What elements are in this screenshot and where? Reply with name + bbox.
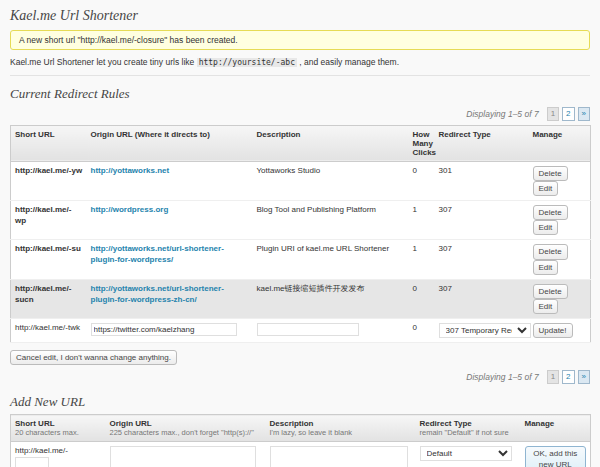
col-title: Redirect Type [420, 419, 472, 428]
intro-text: Kael.me Url Shortener let you create tin… [10, 57, 590, 76]
redirect-rules-table-header: Short URL Origin URL (Where it directs t… [11, 125, 591, 161]
pagination-next-icon[interactable]: » [578, 370, 590, 384]
clicks-cell: 1 [409, 240, 435, 279]
short-url-cell: http://kael.me/-su [11, 240, 87, 279]
edit-button[interactable]: Edit [533, 299, 559, 314]
displaying-count: Displaying 1–5 of 7 [466, 372, 538, 382]
col-title: Origin URL [110, 419, 152, 428]
new-short-url-input[interactable] [15, 457, 49, 467]
col-new-manage: Manage [521, 415, 591, 442]
edit-button[interactable]: Edit [533, 220, 559, 235]
edit-button[interactable]: Edit [533, 260, 559, 275]
short-url-cell: http://kael.me/-twk [11, 319, 87, 343]
pagination-page-1[interactable]: 1 [547, 107, 559, 121]
table-row: http://kael.me/-su http://yottaworks.net… [11, 240, 591, 279]
pagination-next-icon[interactable]: » [578, 107, 590, 121]
success-notice: A new short url "http://kael.me/-closure… [10, 30, 590, 50]
col-title: Manage [525, 419, 555, 428]
redirect-type-cell: 307 [435, 240, 529, 279]
redirect-rules-table: Short URL Origin URL (Where it directs t… [10, 125, 591, 344]
col-short-url: Short URL [11, 125, 87, 161]
origin-url-link[interactable]: http://yottaworks.net [91, 166, 170, 175]
col-origin-url: Origin URL (Where it directs to) [87, 125, 253, 161]
description-cell: Plugin URI of kael.me URL Shortener [253, 240, 409, 279]
new-description-textarea[interactable] [270, 446, 408, 467]
page-title: Kael.me Url Shortener [10, 8, 590, 24]
intro-code: http://yoursite/-abc [197, 58, 297, 67]
update-button[interactable]: Update! [533, 323, 573, 338]
delete-button[interactable]: Delete [533, 205, 568, 220]
clicks-cell: 0 [409, 279, 435, 318]
tablenav-bottom: Displaying 1–5 of 7 1 2 » [10, 370, 590, 384]
table-row: http://kael.me/-wp http://wordpress.org … [11, 200, 591, 239]
add-new-url-table: Short URL 20 characters max. Origin URL … [10, 414, 591, 467]
delete-button[interactable]: Delete [533, 284, 568, 299]
origin-url-link[interactable]: http://yottaworks.net/url-shortener-plug… [91, 284, 224, 304]
origin-url-link[interactable]: http://yottaworks.net/url-shortener-plug… [91, 244, 224, 264]
col-clicks: How Many Clicks [409, 125, 435, 161]
short-url-cell: http://kael.me/-wp [11, 200, 87, 239]
edit-button[interactable]: Edit [533, 181, 559, 196]
edit-row: http://kael.me/-twk 0 307 Temporary Redi… [11, 319, 591, 343]
col-new-description: Description I'm lazy, so leave it blank [266, 415, 416, 442]
short-url-cell: http://kael.me/-yw [11, 161, 87, 200]
cancel-edit-button[interactable]: Cancel edit, I don't wanna change anythi… [10, 350, 177, 365]
delete-button[interactable]: Delete [533, 166, 568, 181]
notice-text: A new short url "http://kael.me/-closure… [19, 35, 238, 45]
edit-origin-input[interactable] [91, 323, 237, 336]
col-new-redirect-type: Redirect Type remain "Default" if not su… [416, 415, 521, 442]
intro-before: Kael.me Url Shortener let you create tin… [10, 57, 194, 67]
displaying-count: Displaying 1–5 of 7 [466, 109, 538, 119]
delete-button[interactable]: Delete [533, 244, 568, 259]
table-row: http://kael.me/-yw http://yottaworks.net… [11, 161, 591, 200]
edit-redirect-type-select[interactable]: 307 Temporary Redirect [439, 323, 531, 338]
col-manage: Manage [529, 125, 591, 161]
table-row: http://kael.me/-sucn http://yottaworks.n… [11, 279, 591, 318]
origin-url-link[interactable]: http://wordpress.org [91, 205, 169, 214]
url-shortener-admin-page: Kael.me Url Shortener A new short url "h… [0, 0, 600, 467]
col-new-short-url: Short URL 20 characters max. [11, 415, 106, 442]
pagination-page-1[interactable]: 1 [547, 370, 559, 384]
pagination-page-2[interactable]: 2 [562, 107, 574, 121]
col-hint: 225 characters max., don't forget "http(… [110, 428, 254, 437]
short-url-cell: http://kael.me/-sucn [11, 279, 87, 318]
intro-after: , and easily manage them. [299, 57, 399, 67]
description-cell: Yottaworks Studio [253, 161, 409, 200]
clicks-cell: 0 [409, 161, 435, 200]
cancel-row: Cancel edit, I don't wanna change anythi… [10, 350, 590, 365]
redirect-type-cell: 307 [435, 200, 529, 239]
new-redirect-type-select[interactable]: Default [420, 446, 512, 461]
col-title: Short URL [15, 419, 55, 428]
redirect-type-cell: 307 [435, 279, 529, 318]
col-hint: I'm lazy, so leave it blank [270, 428, 353, 437]
clicks-cell: 1 [409, 200, 435, 239]
clicks-cell: 0 [409, 319, 435, 343]
col-redirect-type: Redirect Type [435, 125, 529, 161]
col-title: Description [270, 419, 314, 428]
section-add-new-url: Add New URL [10, 394, 590, 410]
add-new-row: http://kael.me/- Default OK, add this ne… [11, 442, 591, 467]
col-hint: remain "Default" if not sure [420, 428, 509, 437]
col-description: Description [253, 125, 409, 161]
add-new-table-header: Short URL 20 characters max. Origin URL … [11, 415, 591, 442]
short-url-prefix: http://kael.me/- [15, 446, 68, 455]
pagination-page-2[interactable]: 2 [562, 370, 574, 384]
description-cell: kael.me链接缩短插件开发发布 [253, 279, 409, 318]
col-hint: 20 characters max. [15, 428, 79, 437]
col-new-origin-url: Origin URL 225 characters max., don't fo… [106, 415, 266, 442]
section-current-redirect-rules: Current Redirect Rules [10, 86, 590, 102]
description-cell: Blog Tool and Publishing Platform [253, 200, 409, 239]
edit-description-input[interactable] [257, 323, 359, 336]
tablenav-top: Displaying 1–5 of 7 1 2 » [10, 107, 590, 121]
add-url-button[interactable]: OK, add this new URL [525, 446, 587, 467]
new-origin-url-textarea[interactable] [110, 446, 256, 467]
redirect-type-cell: 301 [435, 161, 529, 200]
